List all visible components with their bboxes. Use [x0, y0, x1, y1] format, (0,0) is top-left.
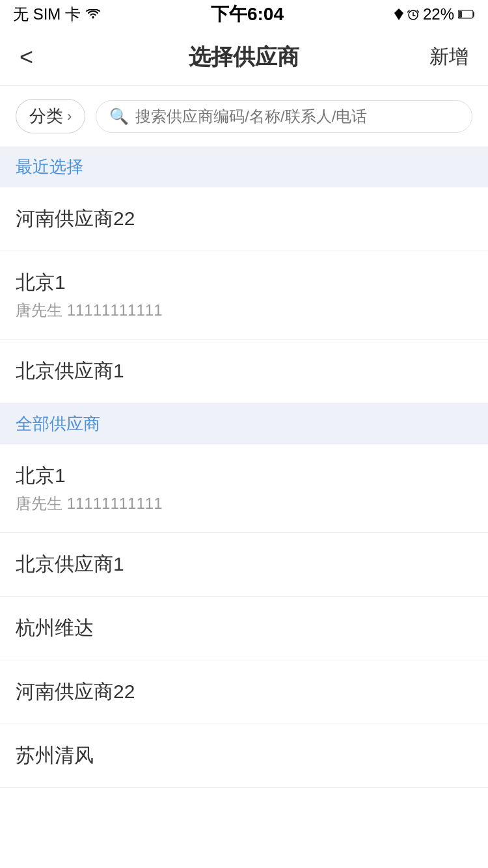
- wifi-icon: [86, 9, 100, 20]
- list-item[interactable]: 北京1唐先生 11111111111: [0, 251, 488, 340]
- list-item[interactable]: 杭州维达: [0, 597, 488, 660]
- filter-bar: 分类 › 🔍: [0, 86, 488, 146]
- supplier-name: 北京1: [16, 269, 472, 296]
- search-box[interactable]: 🔍: [96, 100, 472, 133]
- page-title: 选择供应商: [189, 42, 299, 72]
- recent-section-header: 最近选择: [0, 146, 488, 187]
- all-items-list: 北京1唐先生 11111111111北京供应商1杭州维达河南供应商22苏州清风: [0, 444, 488, 788]
- all-section-header: 全部供应商: [0, 403, 488, 444]
- list-item[interactable]: 北京供应商1: [0, 533, 488, 597]
- category-filter[interactable]: 分类 ›: [16, 99, 85, 133]
- recent-section-label: 最近选择: [16, 157, 83, 176]
- list-item[interactable]: 河南供应商22: [0, 187, 488, 251]
- status-left: 无 SIM 卡: [13, 4, 100, 25]
- nav-bar: < 选择供应商 新增: [0, 29, 488, 86]
- back-button[interactable]: <: [20, 44, 59, 71]
- no-sim-text: 无 SIM 卡: [13, 4, 81, 25]
- supplier-name: 北京1: [16, 463, 472, 489]
- supplier-name: 杭州维达: [16, 615, 472, 642]
- supplier-contact: 唐先生 11111111111: [16, 300, 472, 321]
- chevron-right-icon: ›: [67, 108, 72, 125]
- svg-rect-5: [459, 11, 462, 18]
- category-label: 分类: [29, 105, 63, 128]
- status-time: 下午6:04: [211, 2, 284, 27]
- supplier-contact: 唐先生 11111111111: [16, 493, 472, 514]
- supplier-name: 北京供应商1: [16, 358, 472, 385]
- list-item[interactable]: 苏州清风: [0, 724, 488, 788]
- all-section-label: 全部供应商: [16, 414, 100, 433]
- add-button[interactable]: 新增: [429, 44, 468, 70]
- supplier-name: 河南供应商22: [16, 206, 472, 232]
- search-input[interactable]: [135, 107, 459, 126]
- battery-icon: [458, 10, 475, 19]
- list-item[interactable]: 北京供应商1: [0, 340, 488, 403]
- status-right: 22%: [394, 5, 475, 23]
- location-icon: [394, 8, 403, 20]
- recent-items-list: 河南供应商22北京1唐先生 11111111111北京供应商1: [0, 187, 488, 403]
- alarm-icon: [407, 8, 419, 20]
- svg-point-0: [92, 17, 94, 19]
- supplier-name: 北京供应商1: [16, 551, 472, 578]
- battery-percent: 22%: [423, 5, 454, 23]
- search-icon: 🔍: [109, 107, 129, 126]
- supplier-name: 苏州清风: [16, 742, 472, 769]
- status-bar: 无 SIM 卡 下午6:04 22%: [0, 0, 488, 29]
- supplier-name: 河南供应商22: [16, 679, 472, 705]
- list-item[interactable]: 河南供应商22: [0, 660, 488, 724]
- list-item[interactable]: 北京1唐先生 11111111111: [0, 444, 488, 533]
